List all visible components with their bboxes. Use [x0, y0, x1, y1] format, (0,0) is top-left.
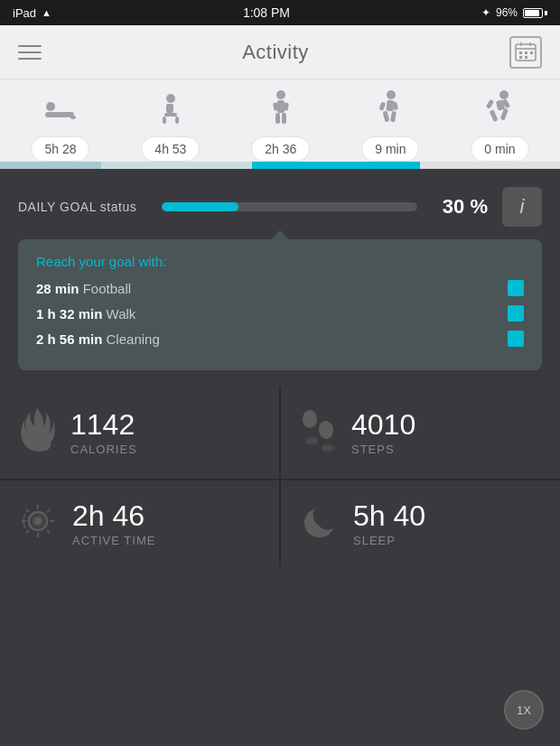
goal-progress-bar — [162, 202, 417, 211]
suggestion-football-text: 28 min Football — [36, 281, 131, 296]
steps-content: 4010 STEPS — [351, 409, 415, 456]
sleep-value: 5h 40 — [353, 500, 425, 532]
sitting-time[interactable]: 4h 53 — [141, 136, 200, 162]
running-time[interactable]: 0 min — [471, 136, 528, 162]
walk-activity: Walk — [107, 306, 136, 322]
svg-point-23 — [387, 90, 396, 99]
lying-icon — [43, 99, 78, 131]
suggestion-item-football: 28 min Football — [36, 280, 524, 296]
activity-tab-standing[interactable]: 2h 36 — [251, 90, 310, 162]
svg-point-36 — [317, 420, 334, 440]
daily-goal-section: DAILY GOAL status 30 % i Reach your goal… — [0, 169, 560, 385]
svg-rect-5 — [525, 51, 527, 54]
svg-rect-15 — [163, 117, 166, 124]
menu-button[interactable] — [18, 45, 42, 60]
carrier-label: iPad — [13, 6, 36, 20]
activity-tab-walking[interactable]: 9 min — [361, 90, 419, 162]
walking-time[interactable]: 9 min — [361, 136, 419, 162]
stat-sleep: 5h 40 SLEEP — [281, 480, 560, 567]
svg-rect-31 — [490, 109, 499, 122]
battery-percent: 96% — [496, 6, 518, 19]
goal-percent: 30 % — [443, 195, 488, 219]
app-container: Activity — [0, 25, 560, 746]
walk-color-indicator — [508, 305, 524, 322]
svg-line-48 — [47, 509, 50, 512]
cleaning-color-indicator — [508, 331, 524, 347]
suggestion-item-walk: 1 h 32 min Walk — [36, 305, 524, 322]
activity-tabs: 5h 28 4h 53 — [0, 79, 560, 162]
svg-rect-19 — [275, 113, 280, 124]
svg-rect-8 — [525, 56, 527, 59]
time-display: 1:08 PM — [243, 5, 290, 20]
svg-point-29 — [499, 90, 509, 99]
football-activity: Football — [83, 281, 131, 296]
moon-icon — [299, 501, 339, 546]
svg-rect-4 — [519, 51, 522, 54]
steps-label: STEPS — [351, 443, 415, 456]
football-color-indicator — [508, 280, 524, 296]
sleep-content: 5h 40 SLEEP — [353, 500, 425, 547]
calories-content: 1142 CALORIES — [70, 409, 137, 456]
stat-calories: 1142 CALORIES — [0, 387, 279, 479]
calories-value: 1142 — [70, 409, 137, 441]
svg-rect-13 — [166, 104, 173, 113]
cleaning-duration: 2 h 56 min — [36, 331, 102, 347]
calendar-svg — [514, 41, 537, 64]
svg-point-12 — [166, 94, 175, 103]
svg-rect-27 — [379, 102, 387, 111]
daily-goal-header: DAILY GOAL status 30 % i — [18, 187, 542, 227]
segment-standing — [252, 162, 364, 169]
suggestion-cleaning-text: 2 h 56 min Cleaning — [36, 331, 160, 347]
svg-point-37 — [305, 437, 318, 444]
svg-rect-6 — [530, 51, 533, 54]
goal-suggestion-box: Reach your goal with: 28 min Football 1 … — [18, 239, 542, 370]
stats-grid: 1142 CALORIES 4010 STEPS — [0, 387, 560, 567]
svg-point-35 — [303, 410, 317, 428]
bluetooth-icon: ✦ — [481, 6, 490, 19]
segment-lying — [0, 162, 101, 169]
page-title: Activity — [242, 41, 309, 64]
calendar-button[interactable] — [509, 36, 542, 69]
app-header: Activity — [0, 25, 560, 79]
status-bar: iPad ▲ 1:08 PM ✦ 96% — [0, 0, 560, 25]
svg-line-47 — [47, 530, 50, 533]
svg-rect-14 — [164, 113, 177, 117]
activity-tab-lying[interactable]: 5h 28 — [31, 99, 89, 162]
svg-rect-20 — [282, 113, 286, 124]
sitting-icon — [157, 94, 184, 131]
football-duration: 28 min — [36, 281, 79, 296]
standing-icon — [268, 90, 294, 131]
suggestion-item-cleaning: 2 h 56 min Cleaning — [36, 331, 524, 347]
activity-progress-bar — [0, 162, 560, 169]
suggestion-title: Reach your goal with: — [36, 254, 524, 269]
activity-tab-running[interactable]: 0 min — [471, 90, 528, 162]
active-time-label: ACTIVE TIME — [72, 534, 155, 547]
steps-icon — [299, 406, 337, 459]
svg-point-38 — [322, 444, 334, 452]
segment-running — [420, 162, 560, 169]
segment-walking — [364, 162, 420, 169]
cleaning-activity: Cleaning — [107, 331, 160, 347]
walk-duration: 1 h 32 min — [36, 306, 102, 322]
scale-button[interactable]: 1X — [504, 690, 544, 730]
active-time-content: 2h 46 ACTIVE TIME — [72, 500, 155, 547]
info-button[interactable]: i — [502, 187, 542, 227]
svg-rect-26 — [390, 111, 397, 123]
activity-tab-sitting[interactable]: 4h 53 — [141, 94, 200, 162]
svg-rect-25 — [383, 110, 390, 122]
active-time-value: 2h 46 — [72, 500, 155, 532]
svg-rect-16 — [175, 117, 179, 124]
svg-rect-7 — [519, 56, 522, 59]
svg-point-41 — [34, 518, 42, 525]
running-icon — [484, 90, 515, 131]
standing-time[interactable]: 2h 36 — [251, 136, 310, 162]
svg-rect-33 — [486, 99, 494, 109]
info-icon: i — [520, 195, 525, 219]
stat-steps: 4010 STEPS — [281, 387, 560, 479]
segment-sitting — [101, 162, 252, 169]
suggestion-walk-text: 1 h 32 min Walk — [36, 306, 135, 322]
flame-icon — [18, 406, 56, 459]
steps-value: 4010 — [351, 409, 415, 441]
svg-point-9 — [46, 102, 55, 111]
lying-time[interactable]: 5h 28 — [31, 136, 89, 162]
